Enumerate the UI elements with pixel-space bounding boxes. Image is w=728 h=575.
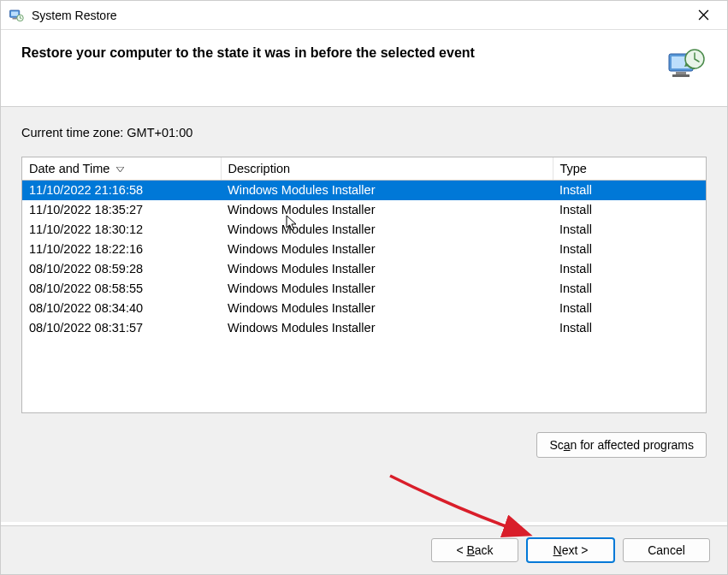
cell-type: Install xyxy=(553,259,706,279)
restore-points-table[interactable]: Date and Time Description Type 1 xyxy=(22,157,706,413)
cell-description: Windows Modules Installer xyxy=(221,299,553,318)
cell-type: Install xyxy=(553,240,706,259)
cell-date: 08/10/2022 08:58:55 xyxy=(22,279,221,299)
table-row[interactable]: 11/10/2022 18:35:27Windows Modules Insta… xyxy=(22,200,706,220)
table-row[interactable]: 08/10/2022 08:58:55Windows Modules Insta… xyxy=(22,279,706,299)
restore-watermark-icon xyxy=(666,45,707,89)
cell-description: Windows Modules Installer xyxy=(221,220,553,240)
svg-rect-7 xyxy=(672,74,690,77)
svg-rect-2 xyxy=(13,18,17,20)
scan-affected-button[interactable]: Scan for affected programs xyxy=(536,432,707,458)
table-row[interactable]: 11/10/2022 18:22:16Windows Modules Insta… xyxy=(22,240,706,259)
column-header-type-label: Type xyxy=(560,162,587,175)
next-button[interactable]: Next > xyxy=(527,538,614,562)
column-header-description-label: Description xyxy=(228,162,291,175)
column-header-type[interactable]: Type xyxy=(553,157,706,181)
cell-description: Windows Modules Installer xyxy=(221,318,553,338)
cell-type: Install xyxy=(553,318,706,338)
table-row[interactable]: 08/10/2022 08:31:57Windows Modules Insta… xyxy=(22,318,706,338)
cell-date: 08/10/2022 08:59:28 xyxy=(22,259,221,279)
cell-date: 11/10/2022 18:30:12 xyxy=(22,220,221,240)
column-header-description[interactable]: Description xyxy=(221,157,553,181)
table-row-empty xyxy=(22,358,706,377)
cell-type: Install xyxy=(553,279,706,299)
svg-rect-6 xyxy=(676,72,686,74)
close-icon xyxy=(698,9,709,21)
wizard-header: Restore your computer to the state it wa… xyxy=(1,30,727,107)
wizard-footer: < Back Next > Cancel xyxy=(1,525,727,574)
cell-type: Install xyxy=(553,220,706,240)
column-header-date-label: Date and Time xyxy=(29,162,109,175)
page-heading: Restore your computer to the state it wa… xyxy=(21,45,475,61)
table-row[interactable]: 11/10/2022 21:16:58Windows Modules Insta… xyxy=(22,181,706,200)
monitor-clock-icon xyxy=(8,7,25,24)
cell-description: Windows Modules Installer xyxy=(221,181,553,200)
cell-date: 08/10/2022 08:31:57 xyxy=(22,318,221,338)
timezone-label: Current time zone: GMT+01:00 xyxy=(21,126,707,139)
table-row[interactable]: 08/10/2022 08:34:40Windows Modules Insta… xyxy=(22,299,706,318)
cancel-button[interactable]: Cancel xyxy=(623,538,710,562)
table-row-empty xyxy=(22,338,706,358)
cell-type: Install xyxy=(553,200,706,220)
titlebar: System Restore xyxy=(1,1,727,30)
close-button[interactable] xyxy=(686,3,720,28)
table-row-empty xyxy=(22,377,706,397)
cell-description: Windows Modules Installer xyxy=(221,259,553,279)
svg-rect-1 xyxy=(11,11,18,15)
back-button[interactable]: < Back xyxy=(431,538,518,562)
cell-type: Install xyxy=(553,181,706,200)
cell-date: 11/10/2022 18:35:27 xyxy=(22,200,221,220)
table-row[interactable]: 08/10/2022 08:59:28Windows Modules Insta… xyxy=(22,259,706,279)
window-title: System Restore xyxy=(32,9,117,22)
cell-description: Windows Modules Installer xyxy=(221,240,553,259)
system-restore-window: System Restore Restore your computer to … xyxy=(0,0,728,575)
cell-description: Windows Modules Installer xyxy=(221,200,553,220)
table-row[interactable]: 11/10/2022 18:30:12Windows Modules Insta… xyxy=(22,220,706,240)
table-row-empty xyxy=(22,397,706,414)
cell-date: 11/10/2022 21:16:58 xyxy=(22,181,221,200)
cell-type: Install xyxy=(553,299,706,318)
column-header-date[interactable]: Date and Time xyxy=(22,157,221,181)
cell-description: Windows Modules Installer xyxy=(221,279,553,299)
cell-date: 08/10/2022 08:34:40 xyxy=(22,299,221,318)
restore-points-table-container: Date and Time Description Type 1 xyxy=(21,157,707,413)
wizard-content: Current time zone: GMT+01:00 Date and Ti… xyxy=(1,107,727,522)
sort-descending-icon xyxy=(116,161,124,175)
cell-date: 11/10/2022 18:22:16 xyxy=(22,240,221,259)
